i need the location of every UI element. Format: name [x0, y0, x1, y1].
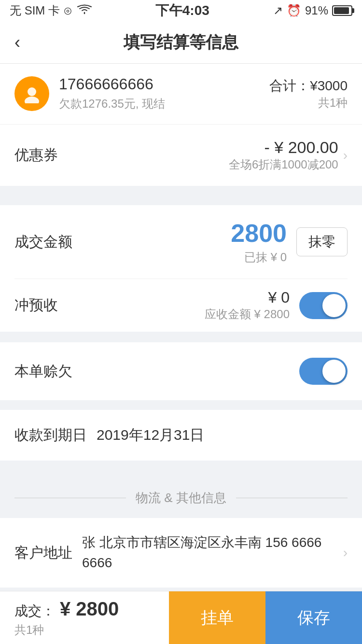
status-time: 下午4:03	[155, 1, 209, 20]
prepay-toggle[interactable]	[299, 292, 348, 319]
clock-icon: ⏰	[287, 4, 301, 17]
bottom-deal-label: 成交：	[14, 602, 55, 620]
amount-sub: 已抹 ¥ 0	[231, 250, 287, 265]
section-gap-3	[0, 470, 362, 480]
prepay-sub: 应收金额 ¥ 2800	[205, 307, 290, 322]
back-button[interactable]: ‹	[14, 32, 20, 53]
deal-amount-row: 成交金额 2800 已抹 ¥ 0 抹零	[14, 205, 348, 279]
avatar	[14, 76, 49, 111]
location-icon: ↗	[273, 4, 283, 17]
logistics-divider: 物流 & 其他信息	[0, 480, 362, 516]
date-section: 收款到期日 2019年12月31日	[0, 410, 362, 461]
due-date-value: 2019年12月31日	[97, 425, 204, 445]
divider-line-right	[236, 498, 348, 498]
credit-toggle-knob	[322, 360, 346, 383]
prepay-row: 冲预收 ¥ 0 应收金额 ¥ 2800	[14, 279, 348, 332]
amount-col: 2800 已抹 ¥ 0	[231, 219, 287, 265]
coupon-desc: - ¥ 200.00 全场6折满1000减200	[229, 138, 338, 172]
svg-point-1	[25, 97, 39, 103]
customer-section: 17666666666 欠款1276.35元, 现结 合计：¥3000 共1种 …	[0, 64, 362, 186]
page-title: 填写结算等信息	[124, 31, 238, 54]
prepay-label: 冲预收	[14, 295, 58, 315]
prepay-value-col: ¥ 0 应收金额 ¥ 2800	[205, 289, 290, 322]
credit-row: 本单赊欠	[14, 342, 348, 400]
date-row: 收款到期日 2019年12月31日	[14, 410, 348, 461]
credit-section: 本单赊欠	[0, 342, 362, 400]
prepay-right: ¥ 0 应收金额 ¥ 2800	[205, 289, 348, 322]
customer-left: 17666666666 欠款1276.35元, 现结	[14, 75, 165, 112]
coupon-label: 优惠券	[14, 145, 58, 165]
coupon-description: 全场6折满1000减200	[229, 157, 338, 172]
sim-label: 无 SIM 卡 ⊙	[10, 3, 72, 18]
bottom-summary: 成交： ¥ 2800 共1种	[0, 591, 169, 644]
deal-amount-right: 2800 已抹 ¥ 0 抹零	[231, 219, 348, 265]
battery-percent: 91%	[305, 4, 328, 17]
status-left: 无 SIM 卡 ⊙	[10, 3, 92, 18]
bottom-deal-sub: 共1种	[14, 622, 154, 638]
address-section: 客户地址 张 北京市市辖区海淀区永丰南 156 6666 6666 ›	[0, 518, 362, 588]
coupon-discount: - ¥ 200.00	[229, 138, 338, 157]
address-value: 张 北京市市辖区海淀区永丰南 156 6666 6666	[82, 532, 343, 573]
amount-section: 成交金额 2800 已抹 ¥ 0 抹零 冲预收 ¥ 0 应收金额 ¥ 2800	[0, 205, 362, 332]
status-right: ↗ ⏰ 91%	[273, 4, 352, 17]
battery-icon	[332, 5, 352, 16]
customer-info: 17666666666 欠款1276.35元, 现结	[59, 75, 165, 112]
amount-value: 2800	[231, 219, 287, 248]
total-amount: 合计：¥3000	[269, 77, 348, 95]
status-bar: 无 SIM 卡 ⊙ 下午4:03 ↗ ⏰ 91%	[0, 0, 362, 21]
due-date-label: 收款到期日	[14, 425, 87, 445]
address-label: 客户地址	[14, 543, 72, 563]
customer-phone: 17666666666	[59, 75, 165, 93]
coupon-right: - ¥ 200.00 全场6折满1000减200 ›	[229, 138, 348, 172]
bottom-deal-amount: ¥ 2800	[60, 598, 119, 620]
credit-label: 本单赊欠	[14, 362, 72, 381]
address-chevron-icon: ›	[343, 545, 348, 560]
hold-button[interactable]: 挂单	[169, 591, 265, 644]
coupon-row[interactable]: 优惠券 - ¥ 200.00 全场6折满1000减200 ›	[0, 124, 362, 186]
customer-row: 17666666666 欠款1276.35元, 现结 合计：¥3000 共1种	[0, 64, 362, 123]
logistics-label: 物流 & 其他信息	[136, 490, 226, 506]
section-gap-1	[0, 196, 362, 205]
nav-bar: ‹ 填写结算等信息	[0, 21, 362, 64]
total-count: 共1种	[269, 95, 348, 111]
customer-subtext: 欠款1276.35元, 现结	[59, 96, 165, 112]
bottom-bar: 成交： ¥ 2800 共1种 挂单 保存	[0, 591, 362, 644]
svg-point-0	[28, 87, 36, 96]
chevron-right-icon: ›	[343, 148, 348, 163]
address-row[interactable]: 客户地址 张 北京市市辖区海淀区永丰南 156 6666 6666 ›	[14, 518, 348, 588]
customer-total: 合计：¥3000 共1种	[269, 77, 348, 111]
prepay-amount: ¥ 0	[205, 289, 290, 307]
bottom-deal: 成交： ¥ 2800	[14, 598, 154, 620]
round-down-button[interactable]: 抹零	[296, 227, 348, 256]
credit-toggle[interactable]	[299, 358, 348, 385]
deal-amount-label: 成交金额	[14, 232, 72, 252]
divider-line-left	[14, 498, 126, 498]
save-button[interactable]: 保存	[265, 591, 362, 644]
section-gap-2	[0, 333, 362, 342]
toggle-knob	[322, 294, 346, 317]
wifi-icon	[77, 4, 92, 17]
